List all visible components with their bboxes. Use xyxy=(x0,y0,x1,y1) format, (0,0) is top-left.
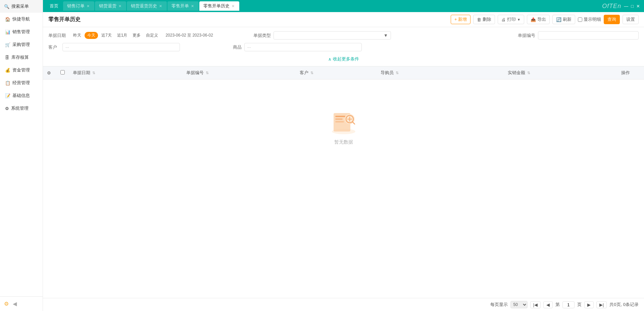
svg-rect-4 xyxy=(335,121,344,122)
date-btn-7days[interactable]: 近7天 xyxy=(99,32,114,39)
th-number[interactable]: 单据编号 ⇅ xyxy=(182,66,296,80)
date-btn-more[interactable]: 更多 xyxy=(131,32,143,39)
collapse-sidebar-icon[interactable]: ◀ xyxy=(13,301,17,307)
per-page-label: 每页显示 xyxy=(490,302,508,308)
sidebar-item-purchase-mgmt[interactable]: 🛒 采购管理 xyxy=(0,38,43,51)
sidebar-item-label: 系统管理 xyxy=(11,105,29,111)
th-amount[interactable]: 实销金额 ⇅ xyxy=(504,66,617,80)
tab-retail-open-history-close[interactable]: ✕ xyxy=(231,4,235,8)
print-dropdown-icon: ▼ xyxy=(517,18,521,21)
add-button[interactable]: + 新增 xyxy=(451,15,470,24)
tab-bar-right: OfTEn — □ ✕ xyxy=(602,3,641,10)
tab-sales-return-close[interactable]: ✕ xyxy=(118,4,122,8)
export-label: 导出 xyxy=(537,16,546,22)
tab-home-label: 首页 xyxy=(50,3,58,9)
th-number-label: 单据编号 xyxy=(186,70,204,75)
inventory-calc-icon: 🗄 xyxy=(5,55,9,60)
sidebar-item-label: 经营管理 xyxy=(12,80,30,86)
tab-sales-return-history-close[interactable]: ✕ xyxy=(158,4,163,8)
operation-mgmt-icon: 📋 xyxy=(5,81,10,86)
sidebar-item-operation-mgmt[interactable]: 📋 经营管理 xyxy=(0,76,43,89)
sidebar-search-label: 搜索采单 xyxy=(11,3,29,9)
collapse-filter-label: 收起更多条件 xyxy=(333,56,359,62)
amount-sort-icon: ⇅ xyxy=(527,71,530,75)
sidebar-item-basic-info[interactable]: 📝 基础信息 xyxy=(0,89,43,102)
tab-retail-open-history[interactable]: 零售开单历史 ✕ xyxy=(199,1,239,11)
page-label: 第 xyxy=(555,302,560,308)
th-checkbox[interactable] xyxy=(56,66,69,80)
tab-retail-open-close[interactable]: ✕ xyxy=(190,4,195,8)
collapse-filter-btn[interactable]: ∧ 收起更多条件 xyxy=(328,56,359,62)
type-filter-section: 单据类型 ▼ xyxy=(218,31,426,40)
sidebar-item-inventory-calc[interactable]: 🗄 库存核算 xyxy=(0,51,43,64)
delete-button[interactable]: 🗑 删除 xyxy=(473,15,495,24)
customer-dots: ··· xyxy=(65,45,69,50)
refresh-label: 刷新 xyxy=(563,16,572,22)
number-sort-icon: ⇅ xyxy=(206,71,209,75)
number-filter-input[interactable] xyxy=(538,31,639,40)
refresh-button[interactable]: 🔄 刷新 xyxy=(552,15,575,24)
date-range-value: 2023-06-02 至 2023-06-02 xyxy=(165,33,213,38)
empty-state-row: 暂无数据 xyxy=(43,80,644,172)
date-btn-custom[interactable]: 自定义 xyxy=(144,32,160,39)
date-btn-yesterday[interactable]: 昨天 xyxy=(71,32,83,39)
print-button[interactable]: 🖨 打印 ▼ xyxy=(498,15,524,24)
prev-page-btn[interactable]: ◀ xyxy=(543,301,553,308)
select-all-checkbox[interactable] xyxy=(60,70,65,74)
date-buttons: 昨天 今天 近7天 近1月 更多 自定义 xyxy=(71,32,160,39)
tab-retail-open[interactable]: 零售开单 ✕ xyxy=(167,1,199,11)
tab-sales-order-close[interactable]: ✕ xyxy=(86,4,90,8)
first-page-btn[interactable]: |◀ xyxy=(530,301,541,308)
goods-filter-section: 商品 ··· xyxy=(185,43,409,51)
sidebar-item-system-mgmt[interactable]: ⚙ 系统管理 xyxy=(0,102,43,115)
sidebar-item-label: 资金管理 xyxy=(12,67,30,73)
page-input[interactable] xyxy=(562,301,575,308)
tab-sales-return[interactable]: 销货退货 ✕ xyxy=(95,1,126,11)
customer-filter-input[interactable]: ··· xyxy=(62,43,180,51)
sidebar: 🔍 搜索采单 🏠 快捷导航 📊 销售管理 🛒 采购管理 🗄 库存核算 💰 资金管… xyxy=(0,0,43,311)
th-salesperson[interactable]: 导购员 ⇅ xyxy=(377,66,474,80)
table-area: ⚙ 单据日期 ⇅ 单据编号 ⇅ 客户 ⇅ xyxy=(43,66,644,298)
date-btn-today[interactable]: 今天 xyxy=(85,32,98,39)
pagination-bar: 每页显示 50 10 20 100 |◀ ◀ 第 页 ▶ ▶| 共0页, 0条记… xyxy=(43,298,644,311)
goods-filter-input[interactable]: ··· xyxy=(244,43,362,51)
brand-text: OfTEn xyxy=(602,3,621,10)
window-close-btn[interactable]: ✕ xyxy=(636,4,640,9)
empty-text: 暂无数据 xyxy=(334,139,353,145)
th-settings[interactable]: ⚙ xyxy=(43,66,56,80)
tab-sales-return-label: 销货退货 xyxy=(99,3,116,9)
tab-sales-return-history[interactable]: 销货退货历史 ✕ xyxy=(127,1,167,11)
sales-mgmt-icon: 📊 xyxy=(5,30,10,35)
window-minimize-btn[interactable]: — xyxy=(624,4,628,9)
goods-dots: ··· xyxy=(247,45,251,50)
th-date[interactable]: 单据日期 ⇅ xyxy=(69,66,182,80)
sidebar-item-quick-nav[interactable]: 🏠 快捷导航 xyxy=(0,13,43,25)
th-customer-label: 客户 xyxy=(300,70,308,75)
salesperson-sort-icon: ⇅ xyxy=(396,71,399,75)
sidebar-item-finance-mgmt[interactable]: 💰 资金管理 xyxy=(0,64,43,76)
tab-home[interactable]: 首页 xyxy=(46,1,62,11)
sidebar-item-label: 基础信息 xyxy=(12,93,30,99)
sidebar-item-sales-mgmt[interactable]: 📊 销售管理 xyxy=(0,25,43,38)
type-filter-select[interactable]: ▼ xyxy=(274,31,391,40)
show-detail-checkbox-label[interactable]: 显示明细 xyxy=(578,16,601,22)
query-button[interactable]: 查询 xyxy=(604,15,620,24)
show-detail-checkbox[interactable] xyxy=(578,17,582,22)
th-customer[interactable]: 客户 ⇅ xyxy=(296,66,377,80)
export-button[interactable]: 📤 导出 xyxy=(527,15,550,24)
customer-sort-icon: ⇅ xyxy=(310,71,313,75)
sidebar-search[interactable]: 🔍 搜索采单 xyxy=(0,0,43,13)
last-page-btn[interactable]: ▶| xyxy=(596,301,607,308)
settings-button[interactable]: 设置 xyxy=(623,15,639,24)
window-maximize-btn[interactable]: □ xyxy=(631,4,634,9)
date-btn-1month[interactable]: 近1月 xyxy=(115,32,130,39)
page-header: 零售开单历史 + 新增 🗑 删除 🖨 打印 ▼ 📤 导出 🔄 刷新 xyxy=(43,12,644,27)
total-info: 共0页, 0条记录 xyxy=(609,302,639,308)
per-page-select[interactable]: 50 10 20 100 xyxy=(510,301,528,308)
settings-bottom-icon[interactable]: ⚙ xyxy=(4,301,9,307)
goods-filter-label: 商品 xyxy=(233,44,242,50)
page-suffix: 页 xyxy=(577,302,582,308)
sidebar-item-label: 采购管理 xyxy=(12,42,30,48)
tab-sales-order[interactable]: 销售订单 ✕ xyxy=(63,1,94,11)
next-page-btn[interactable]: ▶ xyxy=(584,301,594,308)
